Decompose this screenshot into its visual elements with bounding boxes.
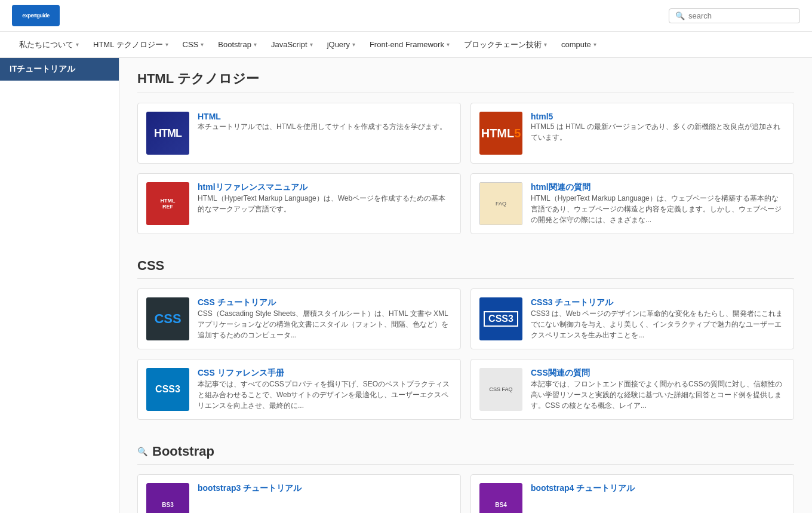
chevron-down-icon: ▾ — [254, 41, 257, 48]
nav-label: CSS — [183, 40, 199, 49]
css-ref-thumbnail: CSS3 — [146, 368, 189, 411]
card-title[interactable]: bootstrap4 チュートリアル — [531, 483, 635, 493]
card-title[interactable]: html関連の質問 — [531, 182, 590, 192]
html5-thumbnail: HTML5 — [479, 112, 522, 155]
card-css-tutorial[interactable]: CSSCSS チュートリアルCSS（Cascading Style Sheets… — [137, 288, 461, 349]
chevron-down-icon: ▾ — [544, 41, 547, 48]
search-input[interactable] — [688, 11, 793, 20]
section-title: 🔍Bootstrap — [137, 444, 794, 465]
html-faq-thumbnail: FAQ — [479, 182, 522, 225]
logo-text: expertguide — [22, 13, 50, 19]
nav-item-3[interactable]: Bootstrap▾ — [211, 32, 264, 58]
card-title[interactable]: bootstrap3 チュートリアル — [198, 483, 302, 493]
nav-item-1[interactable]: HTML テクノロジー▾ — [86, 32, 176, 58]
chevron-down-icon: ▾ — [201, 41, 204, 48]
nav-label: HTML テクノロジー — [93, 39, 163, 50]
card-css3-tutorial[interactable]: CSS3CSS3 チュートリアルCSS3 は、Web ページのデザインに革命的な… — [470, 288, 794, 349]
main-layout: ITチュートリアル HTML テクノロジーHTMLHTML本チュートリアルでは、… — [0, 58, 812, 513]
card-desc: 本記事では、フロントエンド面接でよく聞かれるCSSの質問に対し、信頼性の高い学習… — [531, 379, 785, 411]
card-content: CSS関連の質問本記事では、フロントエンド面接でよく聞かれるCSSの質問に対し、… — [531, 368, 785, 411]
search-container: 🔍 — [669, 8, 800, 23]
card-content: CSS チュートリアルCSS（Cascading Style Sheets、層積… — [198, 297, 452, 340]
card-bootstrap3[interactable]: BS3bootstrap3 チュートリアル — [137, 474, 461, 513]
card-title[interactable]: CSS リファレンス手册 — [198, 368, 284, 377]
card-css-ref[interactable]: CSS3CSS リファレンス手册本記事では、すべてのCSSプロパティを掘り下げ、… — [137, 359, 461, 420]
sidebar: ITチュートリアル — [0, 58, 119, 513]
card-title[interactable]: CSS チュートリアル — [198, 297, 276, 307]
nav-label: ブロックチェーン技術 — [464, 39, 542, 50]
card-html5[interactable]: HTML5html5HTML5 は HTML の最新バージョンであり、多くの新機… — [470, 103, 794, 164]
chevron-down-icon: ▾ — [310, 41, 313, 48]
search-icon: 🔍 — [675, 11, 685, 20]
chevron-down-icon: ▾ — [352, 41, 355, 48]
card-html-faq[interactable]: FAQhtml関連の質問HTML（HyperText Markup Langua… — [470, 173, 794, 234]
nav-item-7[interactable]: ブロックチェーン技術▾ — [457, 32, 554, 58]
card-content: CSS3 チュートリアルCSS3 は、Web ページのデザインに革命的な変化をも… — [531, 297, 785, 340]
card-desc: HTML（HyperText Markup Language）は、ウェブページを… — [531, 193, 785, 225]
card-html-ref[interactable]: HTMLREFhtmlリファレンスマニュアルHTML（HyperText Mar… — [137, 173, 461, 234]
sidebar-title: ITチュートリアル — [0, 58, 119, 81]
nav-label: JavaScript — [271, 40, 307, 49]
nav-label: 私たちについて — [19, 39, 73, 50]
card-title[interactable]: html5 — [531, 112, 553, 121]
header: expertguide 🔍 — [0, 0, 812, 32]
bootstrap3-thumbnail: BS3 — [146, 483, 189, 513]
css-faq-thumbnail: CSS FAQ — [479, 368, 522, 411]
card-desc: HTML5 は HTML の最新バージョンであり、多くの新機能と改良点が追加され… — [531, 121, 785, 143]
nav-item-5[interactable]: jQuery▾ — [320, 32, 362, 58]
card-desc: 本記事では、すべてのCSSプロパティを掘り下げ、SEOのベストプラクティスと組み… — [198, 379, 452, 411]
card-content: html関連の質問HTML（HyperText Markup Language）… — [531, 182, 785, 225]
card-content: CSS リファレンス手册本記事では、すべてのCSSプロパティを掘り下げ、SEOの… — [198, 368, 452, 411]
card-css-faq[interactable]: CSS FAQCSS関連の質問本記事では、フロントエンド面接でよく聞かれるCSS… — [470, 359, 794, 420]
section-title: HTML テクノロジー — [137, 70, 794, 93]
html-thumbnail: HTML — [146, 112, 189, 155]
chevron-down-icon: ▾ — [447, 41, 450, 48]
section-title: CSS — [137, 258, 794, 279]
card-title[interactable]: CSS関連の質問 — [531, 368, 590, 377]
nav-label: jQuery — [327, 40, 350, 49]
html-ref-thumbnail: HTMLREF — [146, 182, 189, 225]
card-desc: CSS（Cascading Style Sheets、層積スタイルシート）は、H… — [198, 308, 452, 340]
nav-label: Bootstrap — [218, 40, 251, 49]
section-search-icon: 🔍 — [137, 447, 147, 456]
nav-item-2[interactable]: CSS▾ — [176, 32, 211, 58]
nav-item-0[interactable]: 私たちについて▾ — [12, 32, 86, 58]
chevron-down-icon: ▾ — [593, 41, 596, 48]
card-desc: 本チュートリアルでは、HTMLを使用してサイトを作成する方法を学びます。 — [198, 121, 452, 132]
nav-item-6[interactable]: Front-end Framework▾ — [362, 32, 457, 58]
card-desc: CSS3 は、Web ページのデザインに革命的な変化をもたらし、開発者にこれまで… — [531, 308, 785, 340]
card-desc: HTML（HyperText Markup Language）は、Webページを… — [198, 193, 452, 214]
css3-thumbnail: CSS3 — [479, 297, 522, 340]
card-content: HTML本チュートリアルでは、HTMLを使用してサイトを作成する方法を学びます。 — [198, 112, 452, 155]
html-section: HTML テクノロジーHTMLHTML本チュートリアルでは、HTMLを使用してサ… — [137, 70, 794, 234]
card-title[interactable]: htmlリファレンスマニュアル — [198, 182, 307, 192]
nav-item-4[interactable]: JavaScript▾ — [264, 32, 320, 58]
card-html[interactable]: HTMLHTML本チュートリアルでは、HTMLを使用してサイトを作成する方法を学… — [137, 103, 461, 164]
card-title[interactable]: HTML — [198, 112, 221, 121]
nav-label: Front-end Framework — [370, 40, 444, 49]
bootstrap4-thumbnail: BS4 — [479, 483, 522, 513]
css-section: CSSCSSCSS チュートリアルCSS（Cascading Style She… — [137, 258, 794, 420]
card-content: html5HTML5 は HTML の最新バージョンであり、多くの新機能と改良点… — [531, 112, 785, 155]
bootstrap-section: 🔍BootstrapBS3bootstrap3 チュートリアルBS4bootst… — [137, 444, 794, 513]
chevron-down-icon: ▾ — [76, 41, 79, 48]
logo[interactable]: expertguide — [12, 5, 60, 26]
card-content: bootstrap3 チュートリアル — [198, 483, 452, 513]
navbar: 私たちについて▾HTML テクノロジー▾CSS▾Bootstrap▾JavaSc… — [0, 32, 812, 58]
card-bootstrap4[interactable]: BS4bootstrap4 チュートリアル — [470, 474, 794, 513]
chevron-down-icon: ▾ — [165, 41, 168, 48]
card-content: htmlリファレンスマニュアルHTML（HyperText Markup Lan… — [198, 182, 452, 225]
card-title[interactable]: CSS3 チュートリアル — [531, 297, 613, 307]
content: HTML テクノロジーHTMLHTML本チュートリアルでは、HTMLを使用してサ… — [119, 58, 812, 513]
cards-grid: BS3bootstrap3 チュートリアルBS4bootstrap4 チュートリ… — [137, 474, 794, 513]
cards-grid: CSSCSS チュートリアルCSS（Cascading Style Sheets… — [137, 288, 794, 420]
css-thumbnail: CSS — [146, 297, 189, 340]
cards-grid: HTMLHTML本チュートリアルでは、HTMLを使用してサイトを作成する方法を学… — [137, 103, 794, 234]
card-content: bootstrap4 チュートリアル — [531, 483, 785, 513]
nav-item-8[interactable]: compute▾ — [554, 32, 604, 58]
nav-label: compute — [561, 40, 591, 49]
